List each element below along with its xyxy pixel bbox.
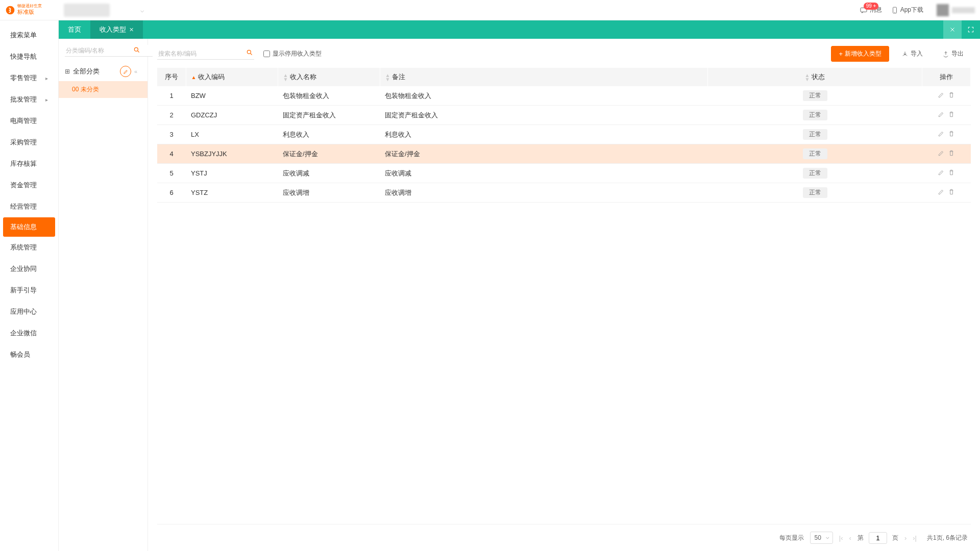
sidebar-item-13[interactable]: 应用中心 (0, 301, 58, 322)
status-tag: 正常 (803, 129, 827, 140)
status-tag: 正常 (803, 90, 827, 101)
sidebar-item-6[interactable]: 库存核算 (0, 153, 58, 174)
edit-button[interactable] (938, 111, 945, 118)
content-area: ⊞ 全部分类 « 00 未分类 (59, 39, 980, 551)
page-prev-button[interactable]: ‹ (846, 534, 854, 542)
col-name-header[interactable]: ▲▼收入名称 (278, 68, 380, 86)
sidebar-item-15[interactable]: 畅会员 (0, 344, 58, 365)
sidebar-item-7[interactable]: 资金管理 (0, 174, 58, 196)
sidebar-item-label: 资金管理 (10, 181, 37, 190)
fullscreen-button[interactable] (962, 20, 980, 39)
cell-code: YSTZ (186, 183, 278, 203)
delete-button[interactable] (948, 91, 955, 98)
edit-button[interactable] (938, 169, 945, 176)
per-page-select[interactable]: 50 (810, 532, 833, 544)
delete-button[interactable] (948, 169, 955, 176)
col-op-header: 操作 (922, 68, 971, 86)
collapse-panel-button[interactable]: « (134, 68, 141, 74)
edit-button[interactable] (938, 130, 945, 137)
sidebar-item-0[interactable]: 搜索菜单 (0, 24, 58, 46)
edit-button[interactable] (938, 149, 945, 157)
tab-1[interactable]: 收入类型✕ (90, 20, 143, 39)
export-button[interactable]: 导出 (935, 46, 971, 61)
cell-code: GDZCZJ (186, 106, 278, 125)
sidebar-item-3[interactable]: 批发管理▸ (0, 89, 58, 110)
cell-name: 包装物租金收入 (278, 86, 380, 106)
app-download-button[interactable]: App下载 (891, 6, 923, 14)
edit-button[interactable] (938, 91, 945, 98)
col-code-header[interactable]: ▲收入编码 (186, 68, 278, 86)
page-prefix: 第 (857, 534, 864, 542)
cell-op (922, 106, 971, 125)
sidebar-item-12[interactable]: 新手引导 (0, 280, 58, 301)
cell-code: BZW (186, 86, 278, 106)
page-last-button[interactable]: ›| (910, 534, 920, 542)
add-income-type-button[interactable]: + 新增收入类型 (831, 46, 889, 62)
category-all-row[interactable]: ⊞ 全部分类 « (59, 62, 148, 81)
avatar-image (937, 4, 949, 16)
close-tab-button[interactable] (943, 20, 962, 39)
cell-remark: 应收调减 (380, 164, 708, 183)
table-row[interactable]: 4YSBZJYJJK保证金/押金保证金/押金正常 (157, 144, 971, 164)
logo-sub: 标准版 (17, 8, 42, 16)
table-row[interactable]: 1BZW包装物租金收入包装物租金收入正常 (157, 86, 971, 106)
sidebar-item-14[interactable]: 企业微信 (0, 322, 58, 344)
sidebar-item-1[interactable]: 快捷导航 (0, 46, 58, 67)
page-next-button[interactable]: › (901, 534, 910, 542)
category-panel: ⊞ 全部分类 « 00 未分类 (59, 39, 148, 551)
sidebar-item-10[interactable]: 系统管理 (0, 237, 58, 258)
delete-button[interactable] (948, 149, 955, 157)
chevron-down-icon[interactable]: ⌵ (140, 7, 144, 14)
search-icon[interactable] (246, 49, 253, 58)
close-icon (949, 27, 955, 33)
delete-button[interactable] (948, 111, 955, 118)
cell-seq: 2 (157, 106, 186, 125)
user-avatar[interactable] (937, 4, 975, 16)
col-remark-header[interactable]: ▲▼备注 (380, 68, 708, 86)
show-disabled-checkbox[interactable]: 显示停用收入类型 (263, 49, 322, 58)
table-search-input[interactable] (157, 48, 254, 60)
cell-remark: 包装物租金收入 (380, 86, 708, 106)
phone-icon (891, 6, 898, 14)
sidebar-item-9[interactable]: 基础信息 (3, 217, 55, 237)
table-row[interactable]: 2GDZCZJ固定资产租金收入固定资产租金收入正常 (157, 106, 971, 125)
search-icon[interactable] (133, 46, 140, 55)
message-badge: 99 + (864, 3, 879, 10)
grid-icon: ⊞ (65, 68, 70, 75)
tab-0[interactable]: 首页 (59, 20, 90, 39)
cell-seq: 5 (157, 164, 186, 183)
sidebar-item-5[interactable]: 采购管理 (0, 132, 58, 153)
sidebar-item-label: 基础信息 (10, 222, 37, 232)
checkbox-input[interactable] (263, 51, 270, 57)
svg-point-3 (894, 12, 895, 12)
sidebar-item-4[interactable]: 电商管理 (0, 110, 58, 132)
avatar-name (952, 7, 975, 13)
tab-close-icon[interactable]: ✕ (129, 20, 134, 39)
table-row[interactable]: 5YSTJ应收调减应收调减正常 (157, 164, 971, 183)
sidebar-item-label: 采购管理 (10, 138, 37, 147)
status-tag: 正常 (803, 148, 827, 159)
page-input[interactable] (869, 532, 887, 544)
sidebar-item-label: 零售管理 (10, 73, 37, 83)
svg-point-4 (134, 47, 138, 51)
cell-status: 正常 (708, 125, 922, 144)
col-seq-header[interactable]: 序号 (157, 68, 186, 86)
page-first-button[interactable]: |‹ (836, 534, 846, 542)
table-search-wrap (157, 48, 254, 60)
messages-button[interactable]: 消息 99 + (860, 6, 882, 14)
sidebar-item-11[interactable]: 企业协同 (0, 258, 58, 280)
table-row[interactable]: 6YSTZ应收调增应收调增正常 (157, 183, 971, 203)
category-edit-button[interactable] (120, 66, 131, 77)
sidebar-item-8[interactable]: 经营管理 (0, 196, 58, 217)
main-area: 首页收入类型✕ ⊞ 全部分类 (59, 20, 980, 551)
sidebar-item-2[interactable]: 零售管理▸ (0, 67, 58, 89)
col-status-header[interactable]: ▲▼状态 (708, 68, 922, 86)
category-item-0[interactable]: 00 未分类 (59, 81, 148, 98)
edit-button[interactable] (938, 188, 945, 195)
sidebar: 搜索菜单快捷导航零售管理▸批发管理▸电商管理采购管理库存核算资金管理经营管理基础… (0, 20, 59, 551)
import-button[interactable]: 导入 (894, 46, 930, 61)
delete-button[interactable] (948, 188, 955, 195)
sidebar-item-label: 库存核算 (10, 159, 37, 168)
delete-button[interactable] (948, 130, 955, 137)
table-row[interactable]: 3LX利息收入利息收入正常 (157, 125, 971, 144)
